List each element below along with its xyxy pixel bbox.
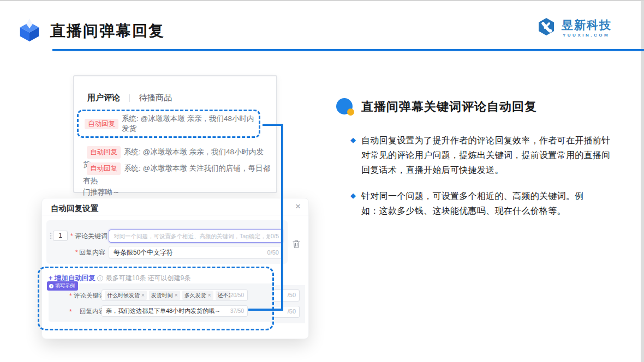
tab-divider [129,94,130,102]
delete-rule-icon[interactable] [292,239,301,249]
diamond-bullet-icon: ◆ [350,136,356,144]
auto-reply-settings-dialog: 自动回复设置 × 1 * 评论关键词 0/5 * 回复内容 每条限50个中文字符… [41,198,309,339]
example-keyword-input[interactable]: 什么时候发货× 发货时间× 多久发货× 还不发货× 20/50 [102,289,248,301]
message-text: 系统: @冰墩墩本墩 亲亲，我们48小时内发货 [122,114,259,134]
example-section: * 评论关键词 什么时候发货× 发货时间× 多久发货× 还不发货× 20/50 … [49,283,273,322]
keyword-tag: 发货时间× [149,291,180,300]
feature-bullet-text: 自动回复设置为了提升作者的评论回复效率，作者可在开播前针 对常见的评论用户问题，… [361,133,622,177]
feature-bullet-text: 针对同一个问题，可设置多个相近的、高频的关键词。例 如：这款多少钱、这块能优惠吗… [361,189,622,218]
example-badge-label: 填写示例 [55,282,75,289]
cube-logo-icon [16,17,43,43]
live-comments-card: 用户评论 待播商品 自动回复 系统: @冰墩墩本墩 亲亲，我们48小时内发货 自… [73,75,277,193]
reply-counter: 0/50 [267,249,283,256]
message-row: 自动回复系统: @冰墩墩本墩 关注我们的店铺，每日都有热 门推荐呦～ [83,162,271,198]
logo-company-name: 昱新科技 [562,17,612,33]
page: 直播间弹幕回复 昱新科技 YUUXIN.COM 用户评论 待播商品 自动回复 系… [0,0,644,362]
tab-pending-products[interactable]: 待播商品 [139,93,172,103]
page-right-border [641,1,644,362]
highlighted-message-dashed-box: 自动回复 系统: @冰墩墩本墩 亲亲，我们48小时内发货 [77,110,260,138]
tag-remove-icon[interactable]: × [208,292,211,298]
example-reply-value: 亲，我们这边都是下单48小时内发货的哦～ [102,307,230,315]
example-badge: i 填写示例 [47,281,78,291]
add-auto-reply-hint: 最多可建10条 还可以创建9条 [106,274,190,283]
reply-field-label: 回复内容 [79,248,105,257]
close-icon[interactable]: × [295,201,301,212]
keyword-input[interactable] [109,233,271,239]
info-icon: i [49,284,53,288]
comments-card-tabs: 用户评论 待播商品 [87,93,172,103]
logo-hexagon-icon [538,17,555,36]
required-mark: * [70,232,73,240]
tag-remove-icon[interactable]: × [175,292,178,298]
feature-bullet: ◆ 针对同一个问题，可设置多个相近的、高频的关键词。例 如：这款多少钱、这块能优… [349,189,625,218]
required-mark: * [69,308,72,316]
trash-divider [289,240,289,248]
reply-input-wrap[interactable]: 每条限50个中文字符 0/50 [109,246,283,259]
connector-line [248,309,283,311]
auto-reply-badge: 自动回复 [87,146,121,159]
example-keyword-label: 评论关键词 [74,292,105,300]
keyword-tag: 多久发货× [182,291,213,300]
info-icon: i [97,275,103,281]
rule-index: 1 [53,231,68,241]
page-title: 直播间弹幕回复 [50,21,165,41]
diamond-bullet-icon: ◆ [350,191,356,200]
keyword-field-label: 评论关键词 [75,232,108,241]
header-divider [52,49,644,51]
keyword-tag-list: 什么时候发货× 发货时间× 多久发货× 还不发货× [102,291,230,300]
occluded-input-fragment: /50 [270,306,300,318]
logo-domain: YUUXIN.COM [563,33,610,38]
company-logo: 昱新科技 YUUXIN.COM [538,16,636,45]
feature-heading: 直播间弹幕关键词评论自动回复 [361,99,537,115]
required-mark: * [75,249,78,256]
auto-reply-badge: 自动回复 [87,162,121,175]
example-keyword-counter: 20/50 [230,292,247,298]
connector-line [263,124,283,126]
connector-line [281,124,283,311]
feature-heading-row: 直播间弹幕关键词评论自动回复 [335,97,630,117]
keyword-tag: 什么时候发货× [105,291,147,300]
keyword-input-wrap: 0/5 [109,230,283,243]
example-reply-input[interactable]: 亲，我们这边都是下单48小时内发货的哦～ 37/50 [102,305,248,317]
tag-remove-icon[interactable]: × [141,292,145,298]
dialog-title: 自动回复设置 [51,203,98,214]
reply-input-value: 每条限50个中文字符 [109,248,267,257]
dialog-header-divider [42,215,308,215]
feature-bullet: ◆ 自动回复设置为了提升作者的评论回复效率，作者可在开播前针 对常见的评论用户问… [349,133,625,177]
tab-user-comments[interactable]: 用户评论 [87,93,120,103]
auto-reply-badge: 自动回复 [85,119,118,129]
example-reply-counter: 37/50 [230,308,247,314]
occluded-input-fragment: /50 [270,289,300,301]
keyword-tag: 还不发货× [216,291,230,300]
chat-bubble-dot-icon [347,108,354,116]
required-mark: * [69,292,72,300]
